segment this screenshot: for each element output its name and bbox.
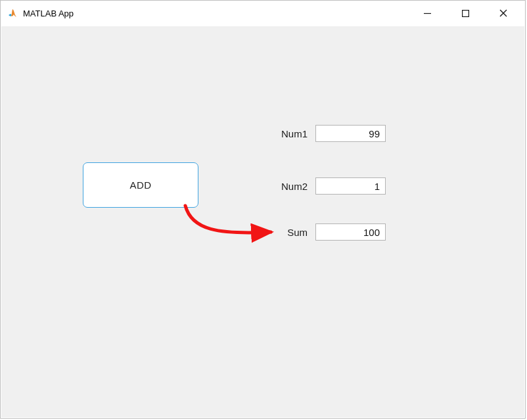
num1-label: Num1: [268, 128, 308, 139]
matlab-icon: [7, 8, 18, 18]
sum-row: Sum: [268, 223, 386, 241]
titlebar: MATLAB App: [1, 1, 525, 26]
add-button[interactable]: ADD: [83, 162, 198, 208]
minimize-button[interactable]: [408, 1, 446, 26]
num2-label: Num2: [268, 181, 308, 192]
num2-row: Num2: [268, 177, 386, 195]
app-window: MATLAB App ADD Num1 Num2 Sum: [0, 0, 526, 419]
num2-input[interactable]: [315, 177, 386, 195]
window-controls: [408, 1, 522, 26]
svg-rect-1: [462, 10, 469, 16]
num1-row: Num1: [268, 125, 386, 142]
sum-label: Sum: [268, 227, 308, 238]
maximize-button[interactable]: [446, 1, 484, 26]
num1-input[interactable]: [315, 125, 386, 142]
window-title: MATLAB App: [23, 9, 408, 18]
app-content: ADD Num1 Num2 Sum: [1, 26, 524, 417]
close-button[interactable]: [484, 1, 522, 26]
sum-input[interactable]: [315, 223, 386, 241]
